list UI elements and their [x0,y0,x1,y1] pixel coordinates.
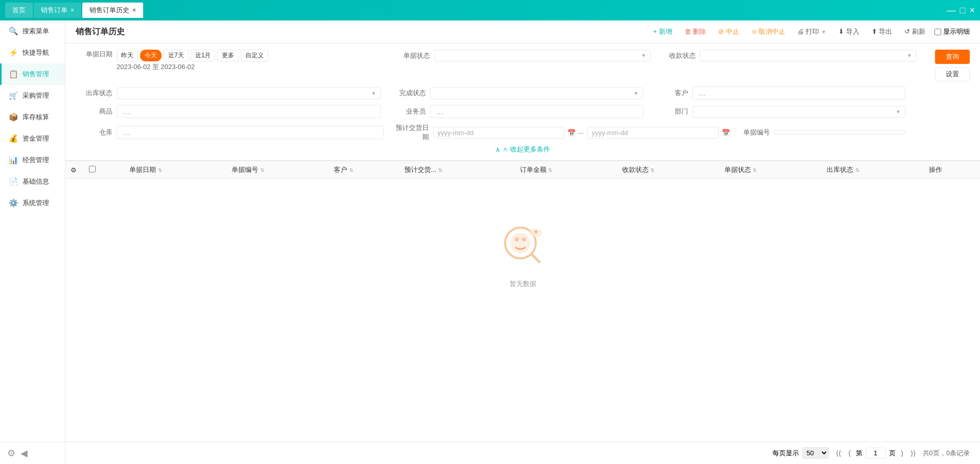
goods-more-icon[interactable]: ... [121,107,132,116]
total-info: 共0页，0条记录 [923,449,970,458]
delete-button[interactable]: 🗑 删除 [681,26,710,38]
tab-sales-order[interactable]: 销售订单 × [34,3,81,18]
col-customer-header[interactable]: 客户 ⇅ [329,161,399,179]
page-input[interactable] [865,448,886,458]
pay-status-arrow: ▼ [907,53,912,58]
svg-point-4 [522,237,526,241]
set-button[interactable]: 设置 [935,67,970,81]
sidebar-item-finance[interactable]: 💰 资金管理 [0,128,65,149]
page-label: 页 [889,449,896,458]
completion-status-select[interactable]: ▼ [430,87,643,99]
last-page-btn[interactable]: ⟩⟩ [908,448,918,458]
outbound-status-label: 出库状态 [76,89,117,98]
col-outbound-status-header[interactable]: 出库状态 ⇅ [822,161,924,179]
main-content: 销售订单历史 + 新增 🗑 删除 ⊘ 中止 ⊙ 取消中止 🖨 打印 ▼ ⬇ 导入… [65,20,980,464]
maximize-btn[interactable]: □ [960,5,966,16]
collapse-filters-row[interactable]: ∧ ∧ 收起更多条件 [76,145,970,154]
expected-delivery-label: 预计交货日期 [392,123,433,142]
close-sales-order-tab[interactable]: × [71,7,74,14]
pay-status-select[interactable]: ▼ [700,50,917,61]
salesperson-input[interactable]: ... [430,105,643,118]
tab-home[interactable]: 首页 [5,3,33,18]
outbound-status-select[interactable]: ▼ [117,87,381,99]
date-to-input[interactable]: yyyy-mm-dd [587,127,719,139]
date-btn-custom[interactable]: 自定义 [241,50,268,61]
table-footer: 每页显示 50 20 100 200 ⟨⟨ ⟨ 第 页 ⟩ ⟩⟩ 共0页，0条记… [65,441,980,464]
col-checkbox-header[interactable] [84,161,124,179]
collapse-label: ∧ 收起更多条件 [503,145,550,154]
display-cols-checkbox[interactable]: 显示明细 [935,27,970,36]
order-no-input[interactable] [774,130,905,135]
display-cols-input[interactable] [935,29,941,35]
col-settings-header[interactable]: ⚙ [65,161,84,179]
date-btn-more[interactable]: 更多 [217,50,239,61]
per-page-select[interactable]: 50 20 100 200 [802,447,829,459]
close-sales-order-history-tab[interactable]: × [132,7,136,14]
import-button[interactable]: ⬇ 导入 [835,26,862,38]
warehouse-more-icon[interactable]: ... [121,128,132,137]
customer-input[interactable]: ... [692,86,905,100]
warehouse-input[interactable]: ... [117,126,384,139]
sidebar-toggle-icon[interactable]: ◀ [20,448,28,459]
page-header: 销售订单历史 + 新增 🗑 删除 ⊘ 中止 ⊙ 取消中止 🖨 打印 ▼ ⬇ 导入… [65,20,980,43]
stop-button[interactable]: ⊘ 中止 [715,26,742,38]
print-button[interactable]: 🖨 打印 ▼ [794,26,830,38]
col-date-header[interactable]: 单据日期 ⇅ [124,161,226,179]
sidebar-item-quick-nav-label: 快捷导航 [22,48,49,57]
col-order-status-header[interactable]: 单据状态 ⇅ [719,161,822,179]
per-page-control: 每页显示 50 20 100 200 [772,447,829,459]
empty-state: ✦ 暂无数据 [65,179,980,329]
svg-point-1 [510,233,531,253]
close-window-btn[interactable]: × [969,5,975,16]
new-button[interactable]: + 新增 [650,26,675,38]
table-area: ⚙ 单据日期 ⇅ 单据编号 ⇅ 客户 ⇅ [65,161,980,441]
completion-status-arrow: ▼ [633,91,639,96]
date-from-input[interactable]: yyyy-mm-dd [433,127,564,139]
col-order-amount-header[interactable]: 订单金额 ⇅ [515,161,617,179]
export-button[interactable]: ⬆ 导出 [869,26,896,38]
order-status-select[interactable]: ▼ [434,50,651,61]
date-btn-yesterday[interactable]: 昨天 [117,50,138,61]
customer-more-icon[interactable]: ... [697,89,708,98]
col-expected-delivery-header[interactable]: 预计交货... ⇅ [399,161,515,179]
prev-page-btn[interactable]: ⟨ [846,448,853,458]
salesperson-more-icon[interactable]: ... [435,107,445,116]
sidebar-item-sales[interactable]: 📋 销售管理 [0,63,65,85]
pay-sort-icon: ⇅ [650,167,654,173]
date-btn-7days[interactable]: 近7天 [164,50,189,61]
next-page-btn[interactable]: ⟩ [899,448,905,458]
inventory-icon: 📦 [9,113,18,122]
sidebar-item-purchase[interactable]: 🛒 采购管理 [0,85,65,106]
department-label: 部门 [651,107,692,116]
sidebar-item-operations[interactable]: 📊 经营管理 [0,149,65,171]
minimize-btn[interactable]: — [947,5,956,16]
sidebar-item-quick-nav[interactable]: ⚡ 快捷导航 [0,42,65,63]
refresh-button[interactable]: ↺ 刷新 [901,26,928,38]
cancel-stop-button[interactable]: ⊙ 取消中止 [748,26,788,38]
sidebar-item-system[interactable]: ⚙️ 系统管理 [0,192,65,214]
department-select[interactable]: ▼ [692,106,905,118]
per-page-label: 每页显示 [772,449,799,458]
col-no-header[interactable]: 单据编号 ⇅ [226,161,329,179]
sidebar-item-inventory[interactable]: 📦 库存核算 [0,106,65,128]
goods-input[interactable]: ... [117,105,381,118]
tab-sales-order-history[interactable]: 销售订单历史 × [82,3,143,18]
sidebar-item-basic-info-label: 基础信息 [22,177,49,186]
filter-area: 单据日期 昨天 今天 近7天 近1月 更多 自定义 2023-06-02 [65,43,980,161]
date-btn-1month[interactable]: 近1月 [191,50,216,61]
col-pay-status-header[interactable]: 收款状态 ⇅ [617,161,719,179]
sales-icon: 📋 [9,70,18,79]
first-page-btn[interactable]: ⟨⟨ [834,448,843,458]
completion-status-label: 完成状态 [389,89,430,98]
sidebar-item-basic-info[interactable]: 📄 基础信息 [0,171,65,192]
query-button[interactable]: 查询 [935,50,970,64]
sidebar: 🔍 搜索菜单 ⚡ 快捷导航 📋 销售管理 🛒 采购管理 📦 库存核算 💰 资金管… [0,20,65,464]
sidebar-item-inventory-label: 库存核算 [22,113,49,122]
select-all-checkbox[interactable] [89,166,96,172]
sidebar-item-search-menu[interactable]: 🔍 搜索菜单 [0,20,65,42]
date-btn-today[interactable]: 今天 [140,50,162,61]
delivery-sort-icon: ⇅ [438,167,442,173]
sidebar-settings-icon[interactable]: ⚙ [7,448,15,459]
sidebar-item-purchase-label: 采购管理 [22,91,49,100]
empty-text: 暂无数据 [510,279,536,289]
